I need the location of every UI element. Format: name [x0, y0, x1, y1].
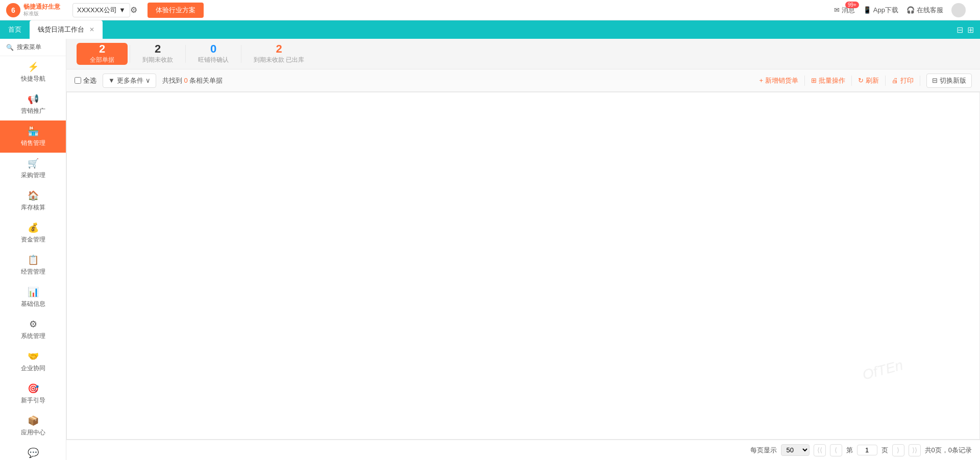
- company-name: XXXXXX公司: [77, 6, 117, 15]
- sidebar-item-label: 采购管理: [21, 171, 45, 180]
- switch-version-button[interactable]: ⊟ 切换新版: [926, 74, 972, 88]
- sidebar-item-marketing[interactable]: 📢 营销推广: [0, 88, 66, 120]
- sidebar-item-label: 基础信息: [21, 300, 45, 308]
- batch-label: 批量操作: [819, 76, 845, 85]
- print-button[interactable]: 🖨 打印: [892, 76, 914, 85]
- stat-label-overdue-out: 到期未收款 已出库: [254, 56, 304, 64]
- search-icon: 🔍: [6, 44, 14, 51]
- app-title: 畅捷通好生意: [23, 3, 60, 10]
- stat-tab-overdue-out[interactable]: 2 到期未收款 已出库: [241, 39, 316, 69]
- stat-tab-overdue[interactable]: 2 到期未收款: [130, 39, 185, 69]
- pagination: 每页显示 50 10 20 100 ⟨⟨ ⟨ 第 页 ⟩ ⟩⟩ 共0页，0条记录: [66, 440, 980, 460]
- prev-page-button[interactable]: ⟨: [830, 444, 842, 456]
- sidebar-item-finance[interactable]: 💰 资金管理: [0, 217, 66, 249]
- stat-tab-pending[interactable]: 0 旺铺待确认: [186, 39, 241, 69]
- sidebar-item-purchase[interactable]: 🛒 采购管理: [0, 153, 66, 185]
- tab-home[interactable]: 首页: [0, 20, 30, 39]
- total-text: 共0页，0条记录: [925, 446, 972, 455]
- sidebar-item-appstore[interactable]: 📦 应用中心: [0, 410, 66, 442]
- company-selector[interactable]: XXXXXX公司 ▼: [72, 3, 130, 17]
- toolbar: 全选 ▼ 更多条件 ∨ 共找到 0 条相关单据 + 新增销货单 ⊞: [66, 69, 980, 92]
- add-btn-label: 新增销货单: [765, 76, 798, 85]
- per-page-select[interactable]: 50 10 20 100: [781, 444, 810, 456]
- sidebar-item-wechat[interactable]: 💬 企业微信: [0, 442, 66, 460]
- app-subtitle: 标准版: [23, 11, 60, 17]
- filter-icon: ▼: [108, 77, 115, 84]
- home-tab-label: 首页: [8, 25, 21, 34]
- sidebar-item-sales[interactable]: 🏪 销售管理: [0, 120, 66, 153]
- tab-expand-icon[interactable]: ⊞: [967, 25, 974, 35]
- tab-minimize-icon[interactable]: ⊟: [957, 25, 963, 35]
- refresh-label: 刷新: [866, 76, 879, 85]
- refresh-button[interactable]: ↻ 刷新: [858, 76, 879, 85]
- stats-tabs: 2 全部单据 2 到期未收款 0 旺铺待确认 2 到期未收款 已出库: [66, 39, 980, 69]
- sidebar-item-inventory[interactable]: 🏠 库存核算: [0, 185, 66, 217]
- system-icon: ⚙: [29, 319, 37, 330]
- sidebar-item-guide[interactable]: 🎯 新手引导: [0, 378, 66, 410]
- toolbar-right: + 新增销货单 ⊞ 批量操作 ↻ 刷新 🖨 打印: [759, 74, 972, 88]
- page-number-input[interactable]: [857, 445, 877, 455]
- service-icon: 🎧: [906, 6, 915, 14]
- filter-button[interactable]: ▼ 更多条件 ∨: [103, 74, 156, 88]
- tab-workbench[interactable]: 钱货日清工作台 ✕: [30, 20, 103, 39]
- sidebar-item-label: 经营管理: [21, 268, 45, 276]
- finance-icon: 💰: [28, 222, 39, 233]
- stat-num-overdue-out: 2: [276, 43, 282, 55]
- stat-label-all: 全部单据: [90, 56, 114, 64]
- top-right: ✉ 消息 99+ 📱 App下载 🎧 在线客服: [834, 3, 974, 17]
- tab-close-icon[interactable]: ✕: [89, 26, 94, 33]
- cooperation-icon: 🤝: [28, 351, 39, 362]
- last-page-button[interactable]: ⟩⟩: [909, 444, 921, 456]
- logo-icon: 6: [6, 3, 20, 17]
- select-all-checkbox[interactable]: 全选: [75, 76, 96, 85]
- sidebar-item-label: 营销推广: [21, 107, 45, 115]
- appstore-icon: 📦: [28, 415, 39, 426]
- stat-num-all: 2: [99, 43, 105, 55]
- message-button[interactable]: ✉ 消息 99+: [834, 6, 855, 15]
- table-area: [66, 92, 980, 440]
- tab-bar: 首页 钱货日清工作台 ✕ ⊟ ⊞: [0, 20, 980, 39]
- experience-button[interactable]: 体验行业方案: [148, 3, 204, 18]
- purchase-icon: 🛒: [28, 158, 39, 169]
- sidebar-item-operation[interactable]: 📋 经营管理: [0, 249, 66, 281]
- sidebar-item-label: 库存核算: [21, 203, 45, 212]
- online-service-label: 在线客服: [917, 6, 943, 15]
- guide-icon: 🎯: [28, 383, 39, 394]
- first-page-icon: ⟨⟨: [817, 446, 822, 454]
- app-download-button[interactable]: 📱 App下载: [863, 6, 898, 15]
- select-all-input[interactable]: [75, 77, 81, 84]
- sidebar-item-cooperation[interactable]: 🤝 企业协同: [0, 346, 66, 378]
- switch-icon: ⊟: [932, 77, 938, 84]
- sidebar-item-system[interactable]: ⚙ 系统管理: [0, 313, 66, 346]
- chevron-icon: ∨: [145, 77, 151, 84]
- search-menu[interactable]: 🔍 搜索菜单: [0, 39, 66, 56]
- workbench-tab-label: 钱货日清工作台: [38, 25, 84, 34]
- settings-icon[interactable]: ⚙: [130, 5, 137, 15]
- top-center: 体验行业方案: [137, 3, 834, 18]
- sidebar-item-label: 快捷导航: [21, 75, 45, 83]
- stat-tab-all[interactable]: 2 全部单据: [77, 43, 128, 65]
- sales-icon: 🏪: [28, 126, 39, 137]
- user-avatar[interactable]: [951, 3, 966, 17]
- inventory-icon: 🏠: [28, 190, 39, 201]
- sidebar-item-label: 系统管理: [21, 332, 45, 341]
- add-sales-order-button[interactable]: + 新增销货单: [759, 76, 798, 85]
- online-service-button[interactable]: 🎧 在线客服: [906, 6, 943, 15]
- per-page-label: 每页显示: [750, 446, 777, 455]
- sidebar-item-quick-nav[interactable]: ⚡ 快捷导航: [0, 56, 66, 88]
- sidebar-item-label: 企业协同: [21, 364, 45, 373]
- print-icon: 🖨: [892, 77, 898, 84]
- logo-area: 6 畅捷通好生意 标准版: [6, 3, 72, 17]
- stat-num-overdue: 2: [155, 43, 161, 55]
- select-all-label: 全选: [83, 76, 96, 85]
- stat-label-overdue: 到期未收款: [142, 56, 173, 64]
- next-page-button[interactable]: ⟩: [892, 444, 904, 456]
- download-icon: 📱: [863, 6, 871, 14]
- page-label: 第: [846, 446, 853, 455]
- filter-label: 更多条件: [117, 76, 143, 85]
- batch-button[interactable]: ⊞ 批量操作: [811, 76, 845, 85]
- last-page-icon: ⟩⟩: [912, 446, 917, 454]
- first-page-button[interactable]: ⟨⟨: [814, 444, 826, 456]
- sidebar-item-basic[interactable]: 📊 基础信息: [0, 281, 66, 313]
- stat-label-pending: 旺铺待确认: [198, 56, 229, 64]
